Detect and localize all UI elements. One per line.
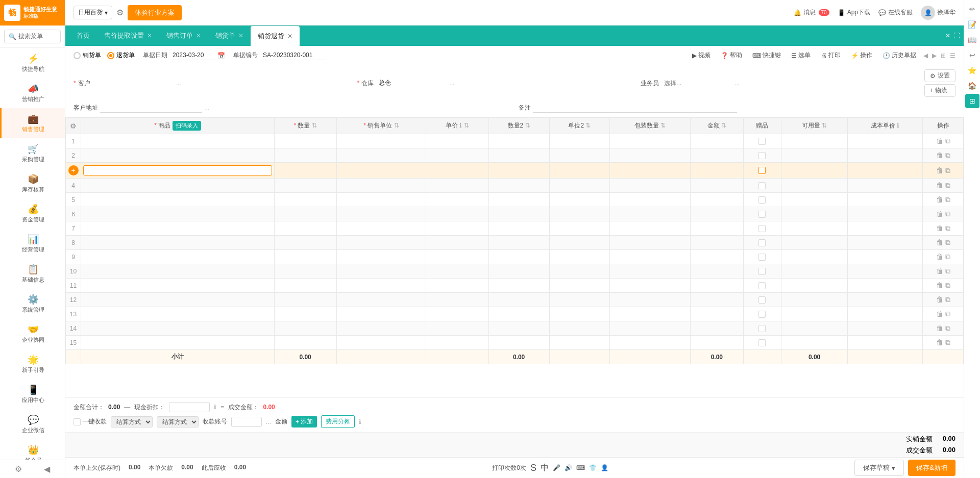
tab-sales-order-close[interactable]: ✕ [196, 32, 201, 39]
qty2-cell-3[interactable] [488, 163, 549, 179]
product-cell-1[interactable] [81, 134, 275, 148]
logistics-button[interactable]: + 物流 [924, 84, 955, 97]
radio-sale-slip[interactable]: 销货单 [74, 51, 101, 60]
row-copy[interactable]: ⧉ [945, 338, 950, 347]
settlement-select[interactable]: 结算方式 [111, 416, 153, 427]
help-button[interactable]: ❓ 帮助 [718, 50, 745, 61]
gift-checkbox[interactable] [758, 182, 766, 189]
cash-discount-input[interactable] [169, 402, 210, 412]
sidebar-item-purchase[interactable]: 🛒 采购管理 [0, 138, 65, 168]
qty2-cell-2[interactable] [488, 148, 549, 163]
row-delete-2[interactable]: 🗑 [936, 151, 943, 160]
gift-checkbox-2[interactable] [758, 152, 766, 159]
experience-button[interactable]: 体验行业方案 [128, 5, 182, 20]
row-copy[interactable]: ⧉ [945, 281, 950, 290]
package-qty-cell-2[interactable] [610, 148, 691, 163]
unit-price-cell-3[interactable] [426, 163, 489, 179]
row-delete[interactable]: 🗑 [936, 324, 943, 333]
row-copy-3[interactable]: ⧉ [945, 166, 950, 175]
cost-price-cell-2[interactable] [848, 148, 923, 163]
sidebar-item-app[interactable]: 📱 应用中心 [0, 379, 65, 409]
col-amount-sort[interactable]: ⇅ [721, 122, 726, 129]
right-return-icon[interactable]: ↩ [965, 48, 979, 62]
gift-checkbox[interactable] [758, 311, 766, 318]
row-delete[interactable]: 🗑 [936, 195, 943, 204]
quantity-cell-1[interactable] [274, 134, 336, 148]
sale-unit-cell-1[interactable] [336, 134, 426, 148]
save-draft-button[interactable]: 保存草稿 ▾ [854, 460, 904, 476]
app-download-button[interactable]: 📱 App下载 [838, 8, 870, 17]
row-delete-1[interactable]: 🗑 [936, 137, 943, 145]
user-profile-button[interactable]: 👤 徐泽华 [921, 6, 955, 20]
amount-cell-3[interactable] [690, 163, 743, 179]
col-quantity2-sort[interactable]: ⇅ [525, 122, 530, 129]
video-button[interactable]: ▶ 视频 [689, 50, 714, 61]
col-sale-unit-sort[interactable]: ⇅ [394, 122, 399, 129]
calc-select[interactable]: 结算方式 [157, 416, 199, 427]
tab-price-extract-close[interactable]: ✕ [147, 32, 152, 39]
unit-price-cell-2[interactable] [426, 148, 489, 163]
keyboard2-icon[interactable]: ⌨ [576, 464, 585, 471]
table-settings-icon[interactable]: ⚙ [70, 122, 77, 130]
row-copy[interactable]: ⧉ [945, 181, 950, 190]
right-house-icon[interactable]: 🏠 [965, 79, 979, 93]
warehouse-input[interactable] [376, 79, 447, 88]
notification-button[interactable]: 🔔 消息 70 [794, 8, 829, 17]
gift-checkbox[interactable] [758, 254, 766, 261]
product-input-3[interactable] [83, 165, 272, 175]
row-delete[interactable]: 🗑 [936, 238, 943, 247]
col-available-sort[interactable]: ⇅ [822, 122, 827, 129]
qty2-cell-1[interactable] [488, 134, 549, 148]
row-delete[interactable]: 🗑 [936, 181, 943, 190]
cost-split-button[interactable]: 费用分摊 [321, 415, 355, 428]
nav-next-icon[interactable]: ▶ [932, 52, 937, 59]
available-cell-2[interactable] [781, 148, 848, 163]
remark-input[interactable] [533, 103, 737, 113]
right-note-icon[interactable]: 📝 [965, 17, 979, 32]
account-ellipsis[interactable]: ... [266, 418, 271, 425]
staff-input[interactable] [661, 79, 732, 88]
sidebar-item-finance[interactable]: 💰 资金管理 [0, 198, 65, 229]
address-input[interactable] [100, 103, 202, 113]
row-copy[interactable]: ⧉ [945, 324, 950, 333]
one-click-payment-checkbox[interactable]: 一键收款 [74, 417, 107, 426]
add-payment-button[interactable]: + 添加 [291, 416, 317, 427]
sidebar-item-wechat[interactable]: 💬 企业微信 [0, 409, 65, 439]
row-copy[interactable]: ⧉ [945, 267, 950, 275]
package-qty-cell-3[interactable] [610, 163, 691, 179]
tab-close-all-icon[interactable]: ✕ [945, 32, 950, 39]
sidebar-item-enterprise[interactable]: 🤝 企业协同 [0, 319, 65, 349]
info-icon[interactable]: ℹ [214, 404, 216, 411]
row-delete[interactable]: 🗑 [936, 281, 943, 290]
calendar-icon[interactable]: 📅 [217, 52, 225, 59]
sidebar-item-operation[interactable]: 📊 经营管理 [0, 229, 65, 259]
row-copy[interactable]: ⧉ [945, 295, 950, 304]
sidebar-item-sales[interactable]: 💼 销售管理 [0, 108, 65, 138]
sidebar-item-inventory[interactable]: 📦 库存核算 [0, 168, 65, 198]
grid-view-icon[interactable]: ⊞ [941, 52, 946, 59]
col-cost-price-info[interactable]: ℹ [897, 122, 899, 129]
sidebar-item-system[interactable]: ⚙️ 系统管理 [0, 289, 65, 319]
row-copy[interactable]: ⧉ [945, 224, 950, 233]
row-copy[interactable]: ⧉ [945, 210, 950, 218]
save-new-button[interactable]: 保存&新增 [908, 460, 955, 476]
gift-checkbox[interactable] [758, 239, 766, 246]
row-delete[interactable]: 🗑 [936, 338, 943, 347]
radio-sale-btn[interactable] [74, 52, 81, 59]
sidebar-item-member[interactable]: 👑 畅会员 [0, 439, 65, 460]
date-input[interactable] [169, 51, 215, 60]
gift-cell-1[interactable] [743, 134, 781, 148]
radio-return[interactable]: 退货单 [107, 51, 135, 60]
row-delete[interactable]: 🗑 [936, 295, 943, 304]
row-copy[interactable]: ⧉ [945, 253, 950, 261]
sidebar-collapse-button[interactable]: ◀ [44, 464, 50, 474]
tab-sales-return[interactable]: 销货退货 ✕ [251, 26, 300, 46]
voice-icon[interactable]: 🔊 [565, 464, 572, 471]
col-unit-price-sort[interactable]: ⇅ [464, 122, 469, 129]
tab-sales-slip-close[interactable]: ✕ [238, 32, 243, 39]
unit2-cell-2[interactable] [549, 148, 610, 163]
row-delete[interactable]: 🗑 [936, 253, 943, 261]
amount-cell-2[interactable] [690, 148, 743, 163]
gift-checkbox-1[interactable] [758, 138, 766, 145]
unit-price-cell-1[interactable] [426, 134, 489, 148]
